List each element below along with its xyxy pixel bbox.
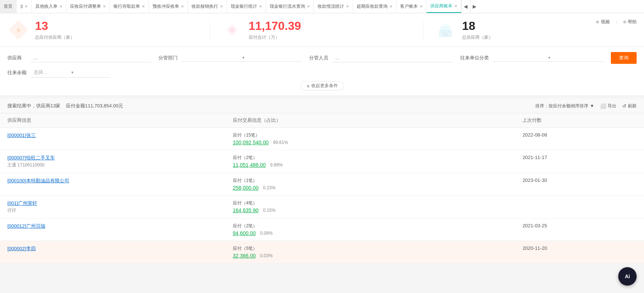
refresh-button[interactable]: ↺ 刷新	[622, 103, 637, 109]
nav-tab-collection-stats[interactable]: 收款情况统计 ✕	[314, 0, 353, 13]
nav-tab-other-income-close[interactable]: ✕	[59, 4, 62, 8]
last-pay-cell-0: 2022-08-08	[515, 128, 644, 150]
nav-tab-overdue-close[interactable]: ✕	[389, 4, 392, 8]
dept-arrow-icon: ▼	[242, 56, 299, 60]
balance-select[interactable]: 选择... ▼	[31, 68, 111, 77]
supplier-contact-3: 仔仔	[7, 207, 218, 214]
tx-amount-row-2: 258,000.000.23%	[233, 185, 508, 191]
supplier-link-0[interactable]: [000001]张三	[7, 132, 36, 138]
transaction-cell-2: 应付（1笔）258,000.000.23%	[225, 173, 515, 196]
stat-value-payable-suppliers: 13	[35, 19, 75, 33]
tx-amount-3[interactable]: 164,635.90	[233, 207, 259, 213]
nav-tab-cash-stats[interactable]: 现金银行统计 ✕	[227, 0, 266, 13]
tx-count-5: 应付（5笔）	[233, 245, 508, 252]
nav-tab-supplier-ledger[interactable]: 供应商账本 ✕	[427, 0, 461, 13]
nav-tab-bank-close[interactable]: ✕	[142, 4, 145, 8]
nav-tab-supplier-ledger-close[interactable]: ✕	[454, 4, 457, 8]
shop-icon	[434, 19, 456, 41]
video-icon: ⊙	[596, 19, 599, 24]
video-link[interactable]: ⊙ 视频	[596, 19, 609, 25]
last-pay-cell-4: 2021-03-25	[515, 218, 644, 241]
supplier-link-4[interactable]: [000012]广州贝瑞	[7, 223, 45, 229]
tx-amount-row-3: 164,635.900.15%	[233, 207, 508, 213]
transaction-cell-5: 应付（5笔）32,366.000.03%	[225, 241, 515, 263]
nav-tab-customer-ledger[interactable]: 客户账本 ✕	[396, 0, 427, 13]
filter-section: 供应商 分管部门 ▼ 分管人员 往来单位分类 ▼ 查询 往	[0, 47, 644, 96]
nav-tab-overdue[interactable]: 超期应收款查询 ✕	[353, 0, 396, 13]
export-button[interactable]: ⬜ 导出	[600, 103, 616, 109]
nav-tab-3-label: 3	[20, 4, 23, 9]
table-row: [000100]本特勤油品有限公司应付（1笔）258,000.000.23%20…	[0, 173, 644, 196]
tx-amount-5[interactable]: 32,366.00	[233, 253, 256, 259]
nav-tab-cash-stats-close[interactable]: ✕	[259, 4, 262, 8]
nav-tab-3[interactable]: 3 ✕	[17, 0, 32, 13]
toolbar-result-info: 搜索结果中，供应商13家 应付金额111,703,854.00元	[7, 103, 123, 109]
tx-amount-row-0: 100,092,540.0089.61%	[233, 139, 508, 145]
filter-supplier: 供应商	[7, 54, 151, 62]
stat-info-suppliers: 18 总供应商（家）	[462, 19, 493, 41]
tx-amount-4[interactable]: 94,600.00	[233, 230, 256, 236]
nav-next-arrow[interactable]: ▶	[470, 0, 479, 13]
supplier-link-1[interactable]: [000007]恒旺二手叉车	[7, 155, 55, 161]
nav-tab-prepay-close[interactable]: ✕	[181, 4, 184, 8]
nav-tab-customer-ledger-close[interactable]: ✕	[420, 4, 423, 8]
table-row: [000007]恒旺二手叉车王通 17106110000应付（2笔）11,051…	[0, 150, 644, 173]
collapse-bar: ∧ 收起更多条件	[7, 81, 637, 90]
svg-rect-10	[443, 33, 445, 36]
nav-tab-3-close[interactable]: ✕	[25, 4, 28, 8]
svg-rect-13	[448, 31, 450, 33]
collapse-button[interactable]: ∧ 收起更多条件	[300, 81, 344, 90]
supplier-link-3[interactable]: [001]广州荣轩	[7, 200, 37, 206]
nav-tab-supplier-ledger-label: 供应商账本	[430, 3, 452, 9]
flower-icon	[221, 19, 243, 41]
person-label: 分管人员	[309, 55, 329, 61]
category-label: 往来单位分类	[460, 55, 489, 61]
transaction-cell-3: 应付（4笔）164,635.900.15%	[225, 196, 515, 218]
stat-info-payable: 13 总应付供应商（家）	[35, 19, 75, 41]
tx-count-0: 应付（15笔）	[233, 132, 508, 138]
nav-tab-adjustment-close[interactable]: ✕	[103, 4, 106, 8]
dept-select[interactable]: ▼	[182, 54, 302, 62]
col-header-supplier: 供应商信息	[0, 113, 225, 128]
category-select[interactable]: ▼	[492, 54, 604, 62]
table-head: 供应商信息 应付交易信息（占比） 上次付数	[0, 113, 644, 128]
nav-tab-receipts[interactable]: 收款核销执行 ✕	[188, 0, 227, 13]
tx-amount-2[interactable]: 258,000.00	[233, 185, 259, 191]
nav-tab-other-income[interactable]: 其他收入单 ✕	[32, 0, 66, 13]
nav-tab-home[interactable]: 首页	[0, 0, 17, 13]
last-pay-cell-1: 2021-11-17	[515, 150, 644, 173]
tx-count-3: 应付（4笔）	[233, 200, 508, 206]
tx-pct-1: 9.89%	[270, 162, 283, 168]
supplier-link-2[interactable]: [000100]本特勤油品有限公司	[7, 178, 69, 183]
nav-tab-prepay[interactable]: 预收冲应收单 ✕	[149, 0, 188, 13]
person-input[interactable]	[332, 54, 453, 62]
help-link[interactable]: ⊙ 帮助	[623, 19, 637, 25]
tx-amount-0[interactable]: 100,092,540.00	[233, 139, 269, 145]
query-button[interactable]: 查询	[611, 52, 637, 64]
help-icon: ⊙	[623, 19, 627, 24]
stat-label-total-suppliers: 总供应商（家）	[462, 34, 493, 41]
stat-label-payable-suppliers: 总应付供应商（家）	[35, 34, 75, 41]
filter-category: 往来单位分类 ▼	[460, 54, 604, 62]
nav-prev-arrow[interactable]: ◀	[461, 0, 470, 13]
nav-tab-bank[interactable]: 银行存取款单 ✕	[110, 0, 149, 13]
stat-value-payable-total: 11,170.39	[249, 19, 301, 33]
tx-amount-row-1: 11,051,486.009.89%	[233, 162, 508, 168]
nav-tab-cash-flow[interactable]: 现金银行流水查询 ✕	[266, 0, 314, 13]
stat-value-total-suppliers: 18	[462, 19, 493, 33]
nav-tab-receipts-close[interactable]: ✕	[220, 4, 223, 8]
transaction-cell-0: 应付（15笔）100,092,540.0089.61%	[225, 128, 515, 150]
tx-pct-4: 0.08%	[260, 231, 273, 236]
tx-amount-1[interactable]: 11,051,486.00	[233, 162, 266, 168]
nav-tab-adjustment[interactable]: 应收应付调整单 ✕	[66, 0, 110, 13]
tx-pct-5: 0.03%	[260, 253, 273, 258]
col-header-transaction: 应付交易信息（占比）	[225, 113, 515, 128]
supplier-link-5[interactable]: [000002]李四	[7, 246, 36, 251]
supplier-input[interactable]	[31, 54, 151, 62]
tx-pct-2: 0.23%	[263, 185, 276, 190]
sort-label: 排序：按应付余额倒序排序	[535, 103, 588, 109]
result-text: 搜索结果中，供应商13家	[7, 103, 60, 108]
nav-tab-cash-flow-close[interactable]: ✕	[307, 4, 310, 8]
nav-tab-collection-stats-close[interactable]: ✕	[346, 4, 349, 8]
sort-select[interactable]: 排序：按应付余额倒序排序 ▼	[535, 103, 594, 109]
